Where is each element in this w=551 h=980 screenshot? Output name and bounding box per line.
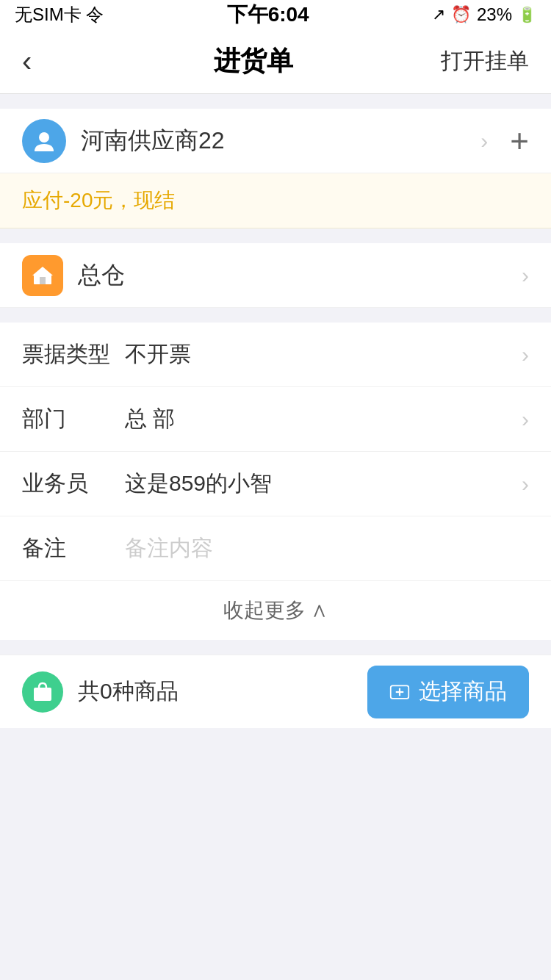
section-gap-2: [0, 228, 551, 243]
salesperson-chevron-icon: ›: [522, 472, 529, 497]
remark-row[interactable]: 备注 备注内容: [0, 516, 551, 581]
svg-point-0: [39, 132, 49, 143]
department-label: 部门: [22, 404, 125, 434]
battery-text: 23%: [477, 4, 512, 25]
salesperson-label: 业务员: [22, 469, 125, 499]
supplier-row[interactable]: 河南供应商22 › +: [0, 109, 551, 173]
battery-icon: 🔋: [518, 6, 536, 24]
status-time: 下午6:04: [227, 1, 309, 29]
bottom-bar: 共0种商品 选择商品: [0, 655, 551, 728]
nav-bar: ‹ 进货单 打开挂单: [0, 29, 551, 94]
warehouse-icon-bg: [22, 255, 63, 296]
back-button[interactable]: ‹: [22, 45, 66, 78]
supplier-name: 河南供应商22: [81, 125, 480, 157]
invoice-type-value: 不开票: [125, 339, 522, 370]
department-value: 总 部: [125, 404, 522, 434]
status-bar: 无SIM卡 令 下午6:04 ↗ ⏰ 23% 🔋: [0, 0, 551, 29]
no-sim-text: 无SIM卡 令: [15, 3, 104, 26]
select-product-label: 选择商品: [419, 677, 507, 707]
collapse-row[interactable]: 收起更多 ∧: [0, 581, 551, 640]
page-title: 进货单: [214, 43, 293, 79]
invoice-type-chevron-icon: ›: [522, 342, 529, 367]
department-chevron-icon: ›: [522, 407, 529, 432]
svg-rect-2: [40, 277, 46, 284]
invoice-type-row[interactable]: 票据类型 不开票 ›: [0, 323, 551, 387]
salesperson-value: 这是859的小智: [125, 469, 522, 499]
section-gap-1: [0, 94, 551, 109]
remark-input[interactable]: 备注内容: [125, 533, 529, 563]
add-button[interactable]: +: [510, 125, 529, 157]
page-background: [0, 728, 551, 948]
product-count-label: 共0种商品: [78, 677, 367, 707]
warehouse-chevron-icon: ›: [522, 263, 529, 288]
status-left: 无SIM卡 令: [15, 3, 104, 26]
svg-rect-3: [34, 688, 51, 701]
notice-banner: 应付-20元，现结: [0, 173, 551, 228]
collapse-label: 收起更多 ∧: [223, 597, 328, 624]
warehouse-row[interactable]: 总仓 ›: [0, 243, 551, 308]
supplier-chevron-icon: ›: [480, 129, 488, 154]
supplier-avatar: [22, 119, 66, 163]
section-gap-4: [0, 640, 551, 655]
salesperson-row[interactable]: 业务员 这是859的小智 ›: [0, 452, 551, 516]
location-icon: ↗: [432, 5, 445, 24]
invoice-type-label: 票据类型: [22, 339, 125, 370]
alarm-icon: ⏰: [451, 5, 471, 24]
section-gap-3: [0, 308, 551, 323]
product-icon-bg: [22, 671, 63, 713]
remark-label: 备注: [22, 533, 125, 563]
select-product-button[interactable]: 选择商品: [367, 666, 529, 718]
department-row[interactable]: 部门 总 部 ›: [0, 387, 551, 452]
notice-text: 应付-20元，现结: [22, 189, 175, 212]
warehouse-label: 总仓: [78, 259, 522, 292]
open-pending-button[interactable]: 打开挂单: [441, 46, 529, 76]
status-right: ↗ ⏰ 23% 🔋: [432, 4, 536, 25]
